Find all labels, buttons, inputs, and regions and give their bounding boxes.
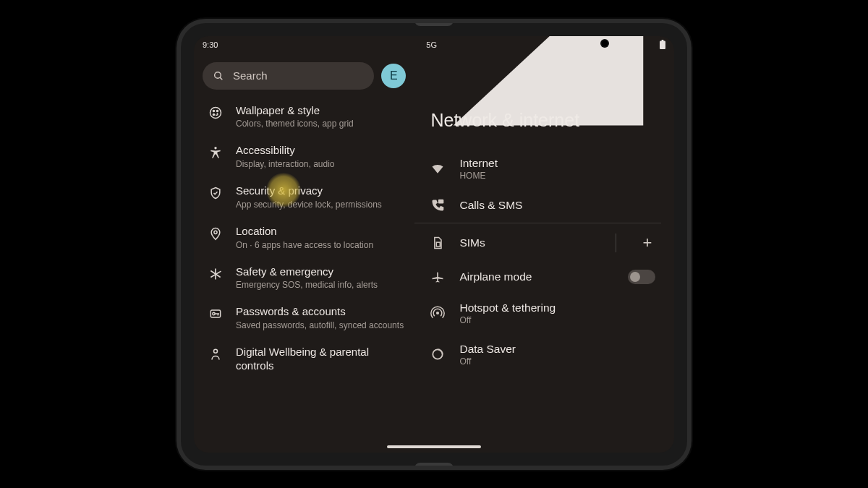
svg-point-12 [214,349,218,353]
item-title: Passwords & accounts [236,305,406,319]
item-title: SIMs [459,236,601,249]
datasaver-icon [430,347,445,361]
item-title: Digital Wellbeing & parental controls [236,346,406,373]
svg-rect-13 [438,199,444,203]
airplane-mode-toggle[interactable] [628,270,655,284]
sim-icon [430,236,445,250]
svg-point-6 [216,110,218,111]
item-subtitle: Display, interaction, audio [236,159,406,170]
svg-line-3 [220,77,222,80]
settings-detail-pane: Network & internet InternetHOMECalls & S… [414,53,674,453]
divider-vertical [616,234,616,252]
phone-msg-icon [430,198,445,213]
svg-rect-14 [437,242,441,247]
item-subtitle: Off [459,356,661,367]
wellbeing-icon [208,347,223,361]
settings-master-pane: Search E Wallpaper & styleColors, themed… [194,53,414,453]
device-frame: 9:30 5G [181,23,687,466]
svg-point-9 [214,231,217,234]
search-input[interactable]: Search [203,62,374,90]
settings-item-safety[interactable]: Safety & emergencyEmergency SOS, medical… [194,258,414,299]
settings-item-location[interactable]: LocationOn · 6 apps have access to locat… [194,218,414,258]
shield-icon [208,186,223,200]
settings-item-accessibility[interactable]: AccessibilityDisplay, interaction, audio [194,137,414,177]
network-item-calls[interactable]: Calls & SMS [414,189,661,221]
hotspot-icon [430,306,445,320]
avatar-initial: E [390,69,398,82]
divider [414,223,661,223]
svg-rect-0 [660,41,665,50]
network-item-internet[interactable]: InternetHOME [414,148,661,189]
svg-point-8 [214,147,216,149]
item-subtitle: Emergency SOS, medical info, alerts [236,280,406,291]
search-icon [213,70,224,82]
palette-icon [208,106,223,120]
network-list: InternetHOMECalls & SMSSIMs+Airplane mod… [414,148,661,375]
item-subtitle: Colors, themed icons, app grid [236,119,406,129]
pin-icon [208,226,223,241]
gesture-nav-bar[interactable] [387,445,481,448]
settings-list: Wallpaper & styleColors, themed icons, a… [194,97,414,453]
item-title: Calls & SMS [459,199,661,212]
svg-point-15 [436,312,439,314]
item-title: Wallpaper & style [236,104,406,118]
svg-point-7 [213,114,214,115]
network-item-airplane[interactable]: Airplane mode [414,261,661,293]
front-camera [602,40,608,46]
status-network-label: 5G [426,40,437,49]
screen: 9:30 5G [194,36,674,453]
asterisk-icon [208,267,223,281]
item-subtitle: Saved passwords, autofill, synced accoun… [236,320,406,331]
battery-icon [660,40,665,49]
item-title: Data Saver [459,343,661,356]
settings-item-security[interactable]: Security & privacyApp security, device l… [194,177,414,218]
item-title: Accessibility [236,144,406,158]
item-title: Safety & emergency [236,265,406,279]
plane-icon [430,270,445,284]
item-title: Location [236,225,406,239]
svg-point-5 [213,110,214,111]
settings-item-wallpaper[interactable]: Wallpaper & styleColors, themed icons, a… [194,97,414,137]
item-title: Security & privacy [236,184,406,198]
accessibility-icon [208,145,223,160]
key-icon [208,307,223,321]
svg-point-2 [215,72,221,78]
status-time: 9:30 [203,40,218,49]
settings-item-passwords[interactable]: Passwords & accountsSaved passwords, aut… [194,298,414,338]
svg-point-4 [210,107,221,118]
item-subtitle: App security, device lock, permissions [236,200,406,210]
item-subtitle: HOME [459,171,661,181]
add-sim-button[interactable]: + [639,234,655,252]
profile-avatar[interactable]: E [381,64,406,88]
item-subtitle: Off [459,315,661,325]
svg-rect-1 [662,40,664,41]
svg-point-11 [213,313,215,315]
network-item-sims[interactable]: SIMs+ [414,225,661,261]
item-title: Internet [459,157,661,170]
content-area: Search E Wallpaper & styleColors, themed… [194,53,674,453]
hinge-top [414,23,454,26]
settings-item-wellbeing[interactable]: Digital Wellbeing & parental controls [194,338,414,380]
item-title: Hotspot & tethering [459,301,661,314]
wifi-icon [430,161,445,176]
item-subtitle: On · 6 apps have access to location [236,240,406,251]
network-item-hotspot[interactable]: Hotspot & tetheringOff [414,293,661,334]
search-placeholder: Search [233,69,268,82]
hinge-bottom [414,463,454,466]
item-title: Airplane mode [459,270,613,283]
detail-title: Network & internet [414,53,661,148]
network-item-datasaver[interactable]: Data SaverOff [414,334,661,375]
